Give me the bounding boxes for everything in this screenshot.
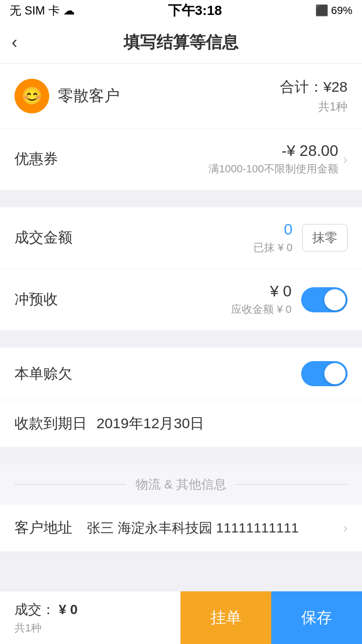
customer-name: 零散客户: [58, 85, 120, 107]
transaction-row: 成交金额 0 已抹 ¥ 0 抹零: [0, 207, 362, 268]
credit-toggle-knob: [324, 363, 346, 384]
divider-3: [0, 455, 362, 464]
address-label: 客户地址: [14, 518, 72, 538]
coupon-right: -¥ 28.00 满1000-100不限制使用金额 ›: [209, 142, 348, 176]
transaction-section: 成交金额 0 已抹 ¥ 0 抹零 冲预收 ¥ 0 应收金额 ¥ 0: [0, 207, 362, 330]
logistics-line-right: [236, 484, 348, 485]
prereceive-right: ¥ 0 应收金额 ¥ 0: [231, 282, 348, 317]
bottom-summary: 成交： ¥ 0 共1种: [0, 601, 181, 635]
back-button[interactable]: ‹: [12, 32, 17, 53]
transaction-sub: 已抹 ¥ 0: [253, 240, 292, 255]
duedate-value: 2019年12月30日: [97, 414, 204, 434]
coupon-label: 优惠券: [14, 149, 58, 169]
logistics-text: 物流 & 其他信息: [126, 476, 236, 493]
prereceive-info: ¥ 0 应收金额 ¥ 0: [231, 282, 292, 317]
divider-2: [0, 338, 362, 348]
save-button[interactable]: 保存: [271, 591, 362, 644]
page-title: 填写结算等信息: [124, 31, 238, 54]
address-section: 客户地址 张三 海淀永丰科技园 11111111111 ›: [0, 504, 362, 551]
status-bar: 无 SIM 卡 ☁ 下午3:18 ⬛ 69%: [0, 0, 362, 21]
battery-percent: 69%: [331, 4, 352, 17]
bottom-transaction-amount: ¥ 0: [59, 602, 78, 617]
transaction-amount-area: 0 已抹 ¥ 0: [253, 221, 292, 255]
coupon-row[interactable]: 优惠券 -¥ 28.00 满1000-100不限制使用金额 ›: [0, 128, 362, 190]
pending-button[interactable]: 挂单: [181, 591, 271, 644]
toggle-knob: [324, 289, 346, 310]
customer-total: 合计：¥28 共1种: [280, 77, 348, 114]
bottom-transaction-row: 成交： ¥ 0: [14, 601, 166, 619]
battery-icon: ⬛: [315, 4, 328, 17]
transaction-label: 成交金额: [14, 228, 72, 248]
prereceive-sub: 应收金额 ¥ 0: [231, 302, 292, 317]
avatar-icon: 😊: [21, 86, 43, 106]
divider-1: [0, 197, 362, 207]
transaction-right: 0 已抹 ¥ 0 抹零: [253, 221, 348, 255]
bottom-transaction-label: 成交：: [14, 602, 55, 617]
address-chevron-icon: ›: [343, 520, 348, 536]
sim-status: 无 SIM 卡 ☁: [10, 3, 75, 18]
item-count: 共1种: [280, 99, 348, 114]
status-left: 无 SIM 卡 ☁: [10, 3, 75, 18]
status-time: 下午3:18: [168, 1, 222, 20]
save-button-label: 保存: [301, 607, 332, 629]
bottom-count: 共1种: [14, 621, 166, 635]
transaction-value[interactable]: 0: [253, 221, 292, 238]
status-right: ⬛ 69%: [315, 4, 352, 17]
total-amount: 合计：¥28: [280, 77, 348, 97]
chevron-right-icon: ›: [343, 152, 348, 167]
prereceive-amount: ¥ 0: [231, 282, 292, 300]
bottom-bar: 成交： ¥ 0 共1种 挂单 保存: [0, 591, 362, 644]
duedate-label: 收款到期日: [14, 414, 87, 434]
coupon-info: -¥ 28.00 满1000-100不限制使用金额: [209, 142, 338, 176]
customer-section: 😊 零散客户 合计：¥28 共1种 优惠券 -¥ 28.00 满1000-100…: [0, 64, 362, 190]
pending-button-label: 挂单: [210, 607, 241, 629]
prereceive-toggle[interactable]: [301, 287, 348, 312]
duedate-row[interactable]: 收款到期日 2019年12月30日: [0, 400, 362, 447]
logistics-divider: 物流 & 其他信息: [0, 464, 362, 504]
customer-row: 😊 零散客户 合计：¥28 共1种: [0, 64, 362, 128]
coupon-discount: -¥ 28.00: [209, 142, 338, 160]
coupon-desc: 满1000-100不限制使用金额: [209, 162, 338, 176]
credit-toggle[interactable]: [301, 361, 348, 386]
prereceive-label: 冲预收: [14, 290, 58, 309]
credit-label: 本单赊欠: [14, 364, 72, 384]
nav-bar: ‹ 填写结算等信息: [0, 21, 362, 64]
logistics-line-left: [14, 484, 126, 485]
credit-row: 本单赊欠: [0, 348, 362, 400]
prereceive-row: 冲预收 ¥ 0 应收金额 ¥ 0: [0, 268, 362, 330]
round-button[interactable]: 抹零: [302, 224, 348, 252]
address-value: 张三 海淀永丰科技园 11111111111: [87, 519, 343, 537]
address-row[interactable]: 客户地址 张三 海淀永丰科技园 11111111111 ›: [0, 504, 362, 551]
credit-section: 本单赊欠 收款到期日 2019年12月30日: [0, 348, 362, 447]
avatar: 😊: [14, 79, 49, 113]
customer-info: 😊 零散客户: [14, 79, 120, 113]
